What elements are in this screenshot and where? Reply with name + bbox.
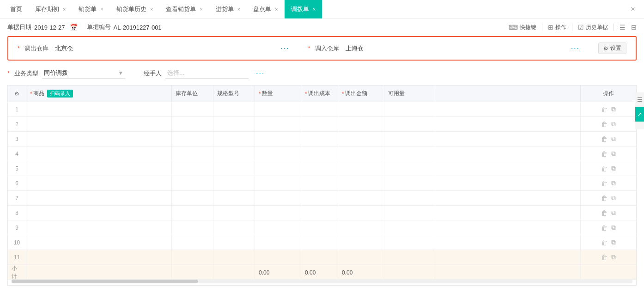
td-qty-1[interactable] — [255, 102, 301, 116]
td-product-3[interactable] — [26, 132, 172, 146]
td-amount-2[interactable] — [338, 117, 384, 131]
sidebar-export-icon[interactable]: ↗ — [635, 107, 644, 122]
td-unit-7[interactable] — [172, 191, 213, 205]
copy-icon-6[interactable]: ⧉ — [611, 179, 616, 187]
td-cost-1[interactable] — [301, 102, 338, 116]
copy-icon-10[interactable]: ⧉ — [611, 238, 616, 246]
tab-view-sales-close[interactable]: × — [200, 6, 202, 12]
calendar-icon[interactable]: 📅 — [70, 24, 78, 31]
tab-home[interactable]: 首页 — [4, 0, 29, 18]
td-qty-8[interactable] — [255, 206, 301, 220]
copy-icon-9[interactable]: ⧉ — [611, 224, 616, 232]
td-product-6[interactable] — [26, 176, 172, 190]
in-warehouse-value[interactable]: 上海仓 — [346, 44, 567, 53]
copy-icon-11[interactable]: ⧉ — [611, 253, 616, 261]
operations-btn[interactable]: ⊞ 操作 — [548, 24, 566, 31]
td-spec-4[interactable] — [213, 146, 255, 161]
td-spec-1[interactable] — [213, 102, 255, 116]
td-amount-5[interactable] — [338, 161, 384, 176]
in-warehouse-more-btn[interactable]: ··· — [571, 44, 580, 53]
td-product-1[interactable] — [26, 102, 172, 116]
td-qty-2[interactable] — [255, 117, 301, 131]
business-type-select[interactable]: 同价调拨 ▼ — [42, 68, 125, 79]
td-amount-10[interactable] — [338, 235, 384, 250]
td-amount-3[interactable] — [338, 132, 384, 146]
copy-icon-8[interactable]: ⧉ — [611, 209, 616, 217]
td-amount-8[interactable] — [338, 206, 384, 220]
config-setting-btn[interactable]: ⚙ 设置 — [598, 43, 626, 54]
out-warehouse-more-btn[interactable]: ··· — [280, 44, 289, 53]
delete-icon-3[interactable]: 🗑 — [601, 135, 608, 143]
td-spec-3[interactable] — [213, 132, 255, 146]
td-product-4[interactable] — [26, 146, 172, 161]
copy-icon-5[interactable]: ⧉ — [611, 165, 616, 172]
td-cost-3[interactable] — [301, 132, 338, 146]
td-qty-5[interactable] — [255, 161, 301, 176]
td-amount-6[interactable] — [338, 176, 384, 190]
td-unit-11[interactable] — [172, 250, 213, 264]
td-amount-7[interactable] — [338, 191, 384, 205]
copy-icon-7[interactable]: ⧉ — [611, 194, 616, 202]
shortcuts-btn[interactable]: ⌨ 快捷键 — [509, 24, 536, 31]
tab-inventory-init-close[interactable]: × — [63, 6, 66, 12]
td-unit-3[interactable] — [172, 132, 213, 146]
delete-icon-10[interactable]: 🗑 — [601, 239, 608, 246]
td-unit-6[interactable] — [172, 176, 213, 190]
delete-icon-6[interactable]: 🗑 — [601, 180, 608, 187]
td-qty-7[interactable] — [255, 191, 301, 205]
tab-transfer[interactable]: 调拨单 × — [285, 0, 322, 18]
td-cost-8[interactable] — [301, 206, 338, 220]
delete-icon-2[interactable]: 🗑 — [601, 121, 608, 128]
sidebar-list-icon[interactable]: ☰ — [635, 92, 644, 107]
td-amount-4[interactable] — [338, 146, 384, 161]
td-available-10[interactable] — [384, 235, 435, 250]
delete-icon-5[interactable]: 🗑 — [601, 165, 608, 172]
td-cost-10[interactable] — [301, 235, 338, 250]
copy-icon-3[interactable]: ⧉ — [611, 135, 616, 143]
delete-icon-11[interactable]: 🗑 — [601, 254, 608, 261]
person-more-btn[interactable]: ··· — [256, 69, 265, 78]
td-amount-11[interactable] — [338, 250, 384, 264]
tab-purchase[interactable]: 进货单 × — [209, 0, 247, 18]
td-cost-11[interactable] — [301, 250, 338, 264]
td-cost-6[interactable] — [301, 176, 338, 190]
horizontal-scrollbar[interactable] — [12, 280, 632, 283]
td-product-2[interactable] — [26, 117, 172, 131]
tab-inventory[interactable]: 盘点单 × — [247, 0, 284, 18]
td-qty-10[interactable] — [255, 235, 301, 250]
td-available-9[interactable] — [384, 220, 435, 235]
td-product-9[interactable] — [26, 220, 172, 235]
td-available-3[interactable] — [384, 132, 435, 146]
td-spec-2[interactable] — [213, 117, 255, 131]
td-qty-6[interactable] — [255, 176, 301, 190]
out-warehouse-value[interactable]: 北京仓 — [55, 44, 277, 53]
td-cost-9[interactable] — [301, 220, 338, 235]
td-spec-8[interactable] — [213, 206, 255, 220]
tab-sales-order-close[interactable]: × — [100, 6, 103, 12]
td-qty-9[interactable] — [255, 220, 301, 235]
tab-sales-order[interactable]: 销货单 × — [72, 0, 109, 18]
history-btn[interactable]: ☑ 历史单据 — [578, 24, 608, 31]
th-settings[interactable]: ⚙ — [8, 85, 26, 102]
copy-icon-2[interactable]: ⧉ — [611, 120, 616, 128]
td-product-10[interactable] — [26, 235, 172, 250]
td-unit-8[interactable] — [172, 206, 213, 220]
td-unit-2[interactable] — [172, 117, 213, 131]
date-value[interactable]: 2019-12-27 — [34, 24, 65, 31]
delete-icon-8[interactable]: 🗑 — [601, 209, 608, 217]
td-spec-10[interactable] — [213, 235, 255, 250]
scan-btn[interactable]: 扫码录入 — [47, 90, 73, 98]
td-unit-4[interactable] — [172, 146, 213, 161]
td-available-11[interactable] — [384, 250, 435, 264]
td-available-1[interactable] — [384, 102, 435, 116]
td-amount-9[interactable] — [338, 220, 384, 235]
td-amount-1[interactable] — [338, 102, 384, 116]
tab-inventory-init[interactable]: 库存期初 × — [29, 0, 72, 18]
td-spec-5[interactable] — [213, 161, 255, 176]
td-available-8[interactable] — [384, 206, 435, 220]
layout-btn-2[interactable]: ⊟ — [631, 24, 637, 31]
td-product-7[interactable] — [26, 191, 172, 205]
tab-sales-history-close[interactable]: × — [150, 6, 153, 12]
scrollbar-thumb[interactable] — [12, 280, 198, 283]
td-cost-5[interactable] — [301, 161, 338, 176]
